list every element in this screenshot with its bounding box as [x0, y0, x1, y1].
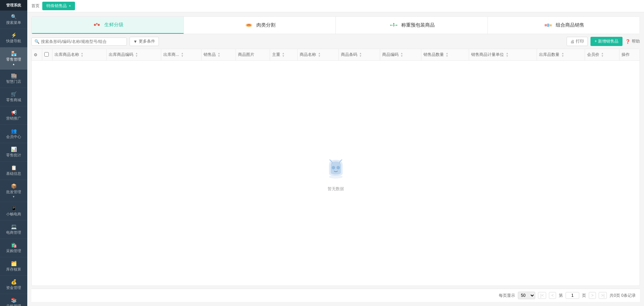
- sort-arrows-barcode: ▲▼: [359, 52, 362, 58]
- members-icon: 👥: [11, 128, 17, 134]
- sidebar-item-marketing[interactable]: 📢 营销推广: [0, 106, 27, 125]
- marketing-icon: 📢: [11, 110, 17, 115]
- page-input[interactable]: [566, 292, 579, 299]
- prev-page-button[interactable]: <: [549, 292, 556, 299]
- sidebar-item-search-orders[interactable]: 🔍 搜索菜单: [0, 11, 27, 29]
- sidebar: 管理系统 🔍 搜索菜单 ⚡ 快捷导航 🏪 零售管理 ▲ 🏬 智慧门店 🛒 零售商…: [0, 0, 27, 306]
- tab-close-button[interactable]: ×: [69, 4, 71, 8]
- svg-point-4: [98, 24, 99, 25]
- smart-store-icon: 🏬: [11, 73, 17, 78]
- th-product-name[interactable]: 商品名称 ▲▼: [298, 49, 339, 61]
- sidebar-item-label: 零售商城: [6, 97, 21, 103]
- page: 生鲜分级 肉类分割: [27, 12, 644, 306]
- svg-point-1: [96, 23, 98, 25]
- th-main-weight[interactable]: 主重 ▲▼: [270, 49, 298, 61]
- topbar-home[interactable]: 首页: [31, 3, 40, 9]
- retail-stats-icon: 📊: [11, 147, 17, 152]
- category-tabs: 生鲜分级 肉类分割: [31, 16, 640, 34]
- th-out-name[interactable]: 出库商品名称 ▲▼: [52, 49, 107, 61]
- sidebar-item-finance[interactable]: 💰 资金管理: [0, 276, 27, 294]
- select-all-checkbox[interactable]: [44, 52, 49, 57]
- th-sale-unit[interactable]: 销售商品计量单位 ▲▼: [469, 49, 537, 61]
- topbar: 首页 特殊销售品 ×: [27, 0, 644, 12]
- sidebar-item-ledger[interactable]: 📚 总账管理: [0, 294, 27, 306]
- svg-point-11: [393, 23, 394, 24]
- sort-arrows-member-price: ▲▼: [601, 52, 604, 58]
- th-barcode[interactable]: 商品条码 ▲▼: [339, 49, 380, 61]
- search-box[interactable]: 🔍: [31, 37, 127, 46]
- help-button[interactable]: ❓ 帮助: [625, 39, 640, 44]
- tab-combo-sale[interactable]: 组合商品销售: [488, 17, 640, 34]
- svg-point-9: [390, 25, 391, 26]
- sidebar-item-members[interactable]: 👥 会员中心: [0, 125, 27, 143]
- mini-ecom-icon: 📱: [11, 205, 17, 211]
- sidebar-item-label: 会员中心: [6, 134, 21, 139]
- th-sale-qty[interactable]: 销售品数量 ▲▼: [421, 49, 469, 61]
- sidebar-item-ecom-mgmt[interactable]: 💻 电商管理: [0, 220, 27, 239]
- sidebar-item-mini-ecom[interactable]: 📱 小畅电商: [0, 202, 27, 220]
- svg-rect-12: [544, 24, 546, 26]
- sidebar-item-retail-mall[interactable]: 🛒 零售商城: [0, 88, 27, 106]
- sidebar-item-smart-store[interactable]: 🏬 智慧门店: [0, 70, 27, 88]
- sidebar-item-label: 基础信息: [6, 171, 21, 176]
- tab-meat-cut[interactable]: 肉类分割: [184, 17, 336, 34]
- th-out-qty[interactable]: 出库品数量 ▲▼: [537, 49, 585, 61]
- finance-icon: 💰: [11, 279, 17, 285]
- sidebar-item-label: 营销推广: [6, 116, 21, 121]
- sidebar-item-label: 零售统计: [6, 153, 21, 158]
- weight-pack-icon: [389, 22, 399, 29]
- fresh-grade-icon: [92, 21, 102, 28]
- search-orders-icon: 🔍: [11, 14, 17, 19]
- search-input[interactable]: [41, 39, 124, 44]
- printer-icon: 🖨: [570, 39, 574, 44]
- add-sale-item-button[interactable]: + 新增销售品: [590, 37, 623, 46]
- filter-icon: ▼: [133, 39, 137, 44]
- sidebar-item-purchase-mgmt[interactable]: 🛍️ 采购管理: [0, 239, 27, 257]
- th-out-spec[interactable]: 出库商... ▲▼: [161, 49, 201, 61]
- sidebar-item-retail-mgmt[interactable]: 🏪 零售管理 ▲: [0, 47, 27, 70]
- first-page-button[interactable]: |<: [538, 292, 546, 299]
- sidebar-item-quick-nav[interactable]: ⚡ 快捷导航: [0, 29, 27, 47]
- retail-mgmt-icon: 🏪: [11, 51, 17, 56]
- filter-label: 更多条件: [139, 39, 155, 44]
- empty-state: 暂无数据: [32, 61, 640, 286]
- tab-label: 特殊销售品: [46, 3, 67, 9]
- sidebar-item-label: 采购管理: [6, 248, 21, 254]
- last-page-button[interactable]: >|: [599, 292, 607, 299]
- meat-cut-label: 肉类分割: [256, 22, 275, 28]
- per-page-select[interactable]: 10 20 50 100: [518, 292, 535, 299]
- sidebar-item-wholesale-mgmt[interactable]: 📦 批发管理 ▼: [0, 180, 27, 202]
- th-checkbox[interactable]: [42, 49, 52, 61]
- combo-sale-label: 组合商品销售: [556, 22, 584, 28]
- filter-button[interactable]: ▼ 更多条件: [130, 37, 159, 46]
- sidebar-item-basic-info[interactable]: 📋 基础信息: [0, 162, 27, 180]
- th-out-code[interactable]: 出库商品编码 ▲▼: [107, 49, 161, 61]
- print-button[interactable]: 🖨 打印: [567, 37, 588, 46]
- th-sale-item[interactable]: 销售品 ▲▼: [201, 49, 236, 61]
- th-settings[interactable]: ⚙: [32, 49, 42, 61]
- svg-rect-14: [550, 25, 552, 27]
- topbar-active-tab[interactable]: 特殊销售品 ×: [42, 2, 75, 10]
- print-label: 打印: [576, 39, 584, 44]
- sidebar-item-label: 总账管理: [6, 304, 21, 306]
- th-product-code[interactable]: 商品编码 ▲▼: [380, 49, 421, 61]
- sort-arrows-product-code: ▲▼: [400, 52, 403, 58]
- quick-nav-icon: ⚡: [11, 32, 17, 38]
- sidebar-item-inventory[interactable]: 🗂️ 库存核算: [0, 257, 27, 276]
- search-icon: 🔍: [34, 39, 40, 44]
- sort-arrows-out-qty: ▲▼: [561, 52, 564, 58]
- per-page-label: 每页显示: [499, 293, 515, 299]
- tab-weight-pack[interactable]: 称重预包装商品: [336, 17, 488, 34]
- th-member-price[interactable]: 会员价 ▲▼: [585, 49, 619, 61]
- sort-arrows-product-name: ▲▼: [318, 52, 321, 58]
- sidebar-item-retail-stats[interactable]: 📊 零售统计: [0, 143, 27, 162]
- sidebar-item-label: 电商管理: [6, 230, 21, 235]
- sidebar-item-label: 零售管理: [6, 57, 21, 62]
- tab-fresh-grade[interactable]: 生鲜分级: [32, 17, 184, 34]
- basic-info-icon: 📋: [11, 165, 17, 170]
- th-product-img[interactable]: 商品图片: [236, 49, 270, 61]
- toolbar: 🔍 ▼ 更多条件 🖨 打印 + 新增销售品 ❓ 帮助: [31, 37, 640, 46]
- next-page-button[interactable]: >: [589, 292, 596, 299]
- sidebar-item-label: 库存核算: [6, 267, 21, 272]
- sort-arrows-main-weight: ▲▼: [282, 52, 285, 58]
